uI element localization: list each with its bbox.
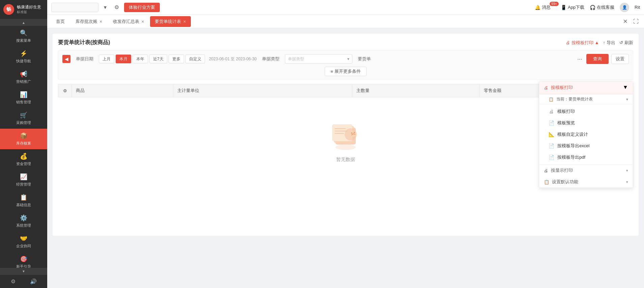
main-content: ▾ ⚙ 体验行业方案 🔔 消息 99+ 📱 App下载 🎧 在线客服 👤 Rit — [47, 0, 644, 288]
filter-doctype-dropdown[interactable]: 单据类型 ▾ — [285, 54, 352, 64]
topbar-notice-label: 消息 — [542, 4, 551, 10]
newbie-icon: 🎯 — [20, 255, 27, 263]
sidebar-item-finance[interactable]: 💰 资金管理 — [0, 149, 47, 170]
print-template-btn[interactable]: 🖨 按模板打印 ▲ — [566, 40, 599, 46]
topbar-notice-btn[interactable]: 🔔 消息 99+ — [535, 4, 555, 10]
topbar: ▾ ⚙ 体验行业方案 🔔 消息 99+ 📱 App下载 🎧 在线客服 👤 Rit — [47, 0, 644, 15]
dropdown-header-arrow-icon: ▲ — [623, 85, 628, 91]
tab-receipt-summary-close-icon[interactable]: × — [141, 19, 144, 24]
sidebar-scroll-down[interactable]: ▼ — [0, 268, 47, 275]
topbar-app-download-btn[interactable]: 📱 App下载 — [561, 4, 584, 10]
topbar-service-btn[interactable]: 🎧 在线客服 — [590, 4, 614, 10]
tabs-maximize-btn[interactable]: ⛶ — [632, 18, 640, 26]
dropdown-item-template-print[interactable]: 🖨 模板打印 — [539, 106, 633, 117]
dropdown-display-print-header[interactable]: 🖨 按显示打印 ▾ — [539, 165, 633, 176]
sidebar-item-quicknav[interactable]: ⚡ 快捷导航 — [0, 46, 47, 67]
sidebar-item-basic[interactable]: 📋 基础信息 — [0, 190, 47, 211]
sidebar-item-marketing[interactable]: 📢 营销推广 — [0, 67, 47, 88]
print-template-arrow-icon: ▲ — [595, 40, 599, 45]
date-last7days-btn[interactable]: 近7天 — [149, 55, 167, 63]
filter-row: ◀ 单据日期 上月 本月 本年 近7天 更多 自定义 2023-06-01 至 … — [62, 54, 629, 64]
template-preview-icon: 📄 — [549, 120, 554, 126]
tab-inventory-batch-close-icon[interactable]: × — [99, 19, 102, 24]
tabs-bar: 首页 库存批次账 × 收发存汇总表 × 要货单统计表 × ✕ ⛶ — [47, 15, 644, 28]
tabs-close-window-btn[interactable]: ✕ — [621, 18, 629, 26]
set-default-label: 设置默认功能 — [552, 179, 578, 185]
topbar-promo-button[interactable]: 体验行业方案 — [124, 3, 160, 12]
sidebar-item-label: 系统管理 — [16, 223, 31, 228]
topbar-avatar[interactable]: 👤 — [620, 3, 629, 12]
topbar-service-label: 在线客服 — [597, 4, 614, 10]
topbar-gear-btn[interactable]: ⚙ — [112, 3, 121, 12]
page-card: 要货单统计表(按商品) 🖨 按模板打印 ▲ ↑ 导出 ↺ 刷新 — [53, 34, 639, 236]
filter-expand-btn[interactable]: ≡ 展开更多条件 — [62, 67, 629, 76]
svg-point-0 — [335, 145, 356, 150]
dropdown-item-template-preview[interactable]: 📄 模板预览 — [539, 117, 633, 129]
dropdown-set-default-header[interactable]: 📋 设置默认功能 ▾ — [539, 176, 633, 188]
date-current-year-btn[interactable]: 本年 — [133, 55, 148, 63]
tab-receipt-summary[interactable]: 收发存汇总表 × — [108, 16, 149, 27]
print-template-dropdown: 🖨 按模板打印 ▲ 📋 当前：要货单统计表 ▾ 🖨 模板打印 — [539, 81, 633, 188]
tab-receipt-summary-label: 收发存汇总表 — [113, 19, 139, 25]
topbar-search-input[interactable] — [51, 3, 98, 12]
date-range-display: 2023-06-01 至 2023-06-30 — [209, 56, 257, 62]
dropdown-section-main: 🖨 模板打印 📄 模板预览 📐 模板自定义设计 📄 按模板导出excel — [539, 104, 633, 164]
topbar-username[interactable]: Rit — [635, 5, 640, 10]
current-template-icon: 📋 — [549, 97, 554, 102]
tab-order-summary-close-icon[interactable]: × — [183, 19, 186, 24]
sidebar-item-inventory[interactable]: 📦 库存核算 — [0, 129, 47, 149]
sidebar-item-label: 采购管理 — [16, 120, 31, 125]
sidebar-item-system[interactable]: ⚙️ 系统管理 — [0, 211, 47, 231]
sidebar-scroll-up[interactable]: ▲ — [0, 19, 47, 26]
table-settings-btn[interactable]: 设置 — [611, 54, 629, 64]
display-print-icon: 🖨 — [544, 168, 548, 173]
dropdown-item-template-custom[interactable]: 📐 模板自定义设计 — [539, 129, 633, 140]
col-settings[interactable]: ⚙ — [58, 84, 72, 97]
dropdown-item-template-export-pdf[interactable]: 📄 按模板导出pdf — [539, 152, 633, 163]
sidebar-item-enterprise[interactable]: 🤝 企业协同 — [0, 231, 47, 252]
tab-inventory-batch[interactable]: 库存批次账 × — [71, 16, 107, 27]
dropdown-item-template-export-excel[interactable]: 📄 按模板导出excel — [539, 140, 633, 152]
sidebar-item-operation[interactable]: 📈 经营管理 — [0, 170, 47, 190]
filter-toggle-btn[interactable]: ◀ — [62, 55, 70, 63]
current-template-label: 当前：要货单统计表 — [556, 96, 626, 102]
template-excel-icon: 📄 — [549, 143, 554, 149]
dropdown-section-header-left: 🖨 按显示打印 — [544, 167, 573, 173]
sidebar-settings-icon[interactable]: ⚙ — [11, 278, 16, 285]
sidebar-audio-icon[interactable]: 🔊 — [30, 278, 37, 285]
sidebar-item-label: 基础信息 — [16, 202, 31, 207]
query-btn[interactable]: 查询 — [586, 54, 609, 64]
print-template-label: 按模板打印 — [572, 40, 593, 46]
topbar-dropdown-btn[interactable]: ▾ — [101, 3, 109, 11]
more-options-btn[interactable]: ··· — [576, 56, 584, 63]
date-more-btn[interactable]: 更多 — [169, 55, 184, 63]
dropdown-current-template[interactable]: 📋 当前：要货单统计表 ▾ — [539, 94, 633, 104]
tab-home[interactable]: 首页 — [51, 16, 69, 27]
template-custom-icon: 📐 — [549, 132, 554, 137]
sidebar-item-search[interactable]: 🔍 搜索菜单 — [0, 26, 47, 46]
dropdown-header[interactable]: 🖨 按模板打印 ▲ — [539, 81, 633, 94]
empty-text: 暂无数据 — [336, 157, 355, 163]
set-default-icon: 📋 — [544, 180, 549, 185]
print-template-icon: 🖨 — [566, 40, 570, 45]
refresh-btn[interactable]: ↺ 刷新 — [619, 40, 633, 46]
expand-icon: ≡ — [330, 69, 333, 74]
sidebar-item-sales[interactable]: 📊 销售管理 — [0, 88, 47, 108]
tab-order-summary[interactable]: 要货单统计表 × — [150, 16, 191, 27]
set-default-arrow-icon: ▾ — [626, 180, 628, 184]
filter-expand-inner[interactable]: ≡ 展开更多条件 — [325, 67, 367, 76]
export-icon: ↑ — [603, 40, 606, 45]
sidebar-item-newbie[interactable]: 🎯 新手引导 — [0, 252, 47, 268]
notice-bell-icon: 🔔 — [535, 5, 540, 10]
dropdown-item-label: 按模板导出excel — [557, 143, 589, 149]
page-header: 要货单统计表(按商品) 🖨 按模板打印 ▲ ↑ 导出 ↺ 刷新 — [58, 39, 633, 46]
dropdown-print-icon: 🖨 — [544, 85, 548, 90]
date-prev-month-btn[interactable]: 上月 — [99, 55, 114, 63]
date-custom-btn[interactable]: 自定义 — [185, 55, 205, 63]
sidebar-item-purchase[interactable]: 🛒 采购管理 — [0, 108, 47, 129]
export-btn[interactable]: ↑ 导出 — [603, 40, 616, 46]
topbar-right: 🔔 消息 99+ 📱 App下载 🎧 在线客服 👤 Rit — [535, 3, 640, 12]
date-current-month-btn[interactable]: 本月 — [116, 55, 131, 63]
dropdown-item-label: 按模板导出pdf — [557, 154, 585, 160]
topbar-left: ▾ ⚙ 体验行业方案 — [51, 3, 160, 12]
